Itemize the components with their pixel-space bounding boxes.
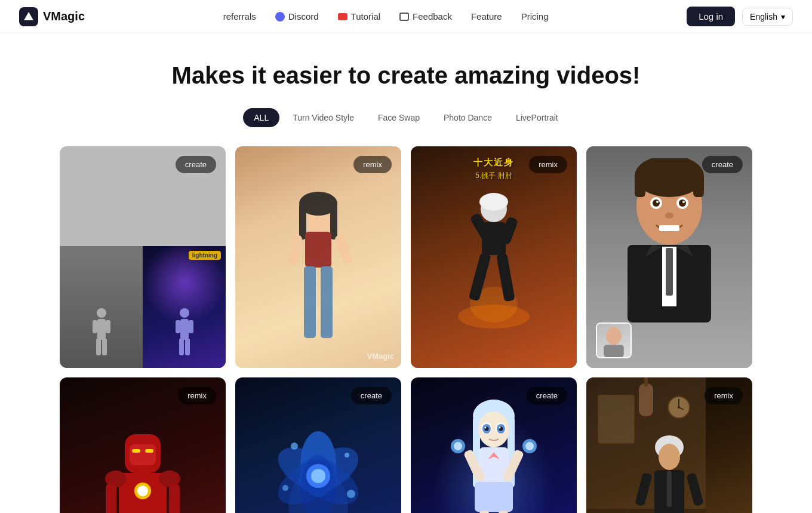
logo-icon [19, 7, 38, 26]
svg-rect-20 [288, 234, 302, 265]
svg-rect-9 [176, 320, 180, 333]
tutorial-label: Tutorial [351, 11, 380, 21]
card-6-button[interactable]: create [351, 387, 392, 404]
svg-rect-8 [180, 319, 189, 340]
svg-rect-52 [132, 449, 140, 453]
svg-rect-4 [106, 320, 110, 333]
svg-rect-19 [321, 266, 333, 338]
navbar: VMagic referrals Discord Tutorial Feedba… [0, 0, 812, 33]
svg-rect-6 [102, 339, 107, 355]
svg-rect-33 [635, 173, 645, 197]
tab-face-swap[interactable]: Face Swap [367, 108, 430, 127]
login-button[interactable]: Log in [687, 7, 735, 26]
svg-point-39 [656, 201, 659, 203]
tab-liveportrait[interactable]: LivePortrait [505, 108, 569, 127]
svg-point-73 [311, 469, 325, 483]
feature-label: Feature [471, 11, 502, 21]
nav-pricing[interactable]: Pricing [521, 11, 549, 21]
nav-referrals[interactable]: referrals [223, 11, 256, 21]
card-3-bg: 十大近身 5.挑手 肘肘 [411, 146, 577, 368]
language-label: English [750, 12, 777, 21]
svg-rect-2 [97, 319, 106, 340]
card-1-left-panel [60, 246, 143, 368]
discord-icon [275, 12, 285, 21]
svg-rect-12 [185, 339, 190, 355]
card-4-bg [586, 146, 752, 368]
svg-rect-112 [644, 377, 648, 386]
tab-all[interactable]: ALL [243, 108, 279, 127]
card-4: create [586, 146, 752, 368]
language-selector[interactable]: English ▾ [742, 8, 793, 26]
svg-rect-42 [659, 225, 679, 231]
card-7: create [411, 377, 577, 513]
card-4-button[interactable]: create [702, 156, 743, 173]
svg-point-40 [682, 201, 685, 203]
svg-point-41 [665, 213, 673, 219]
watermark-label: VMagic [367, 352, 394, 361]
lightning-label: lightning [189, 251, 221, 260]
face-thumb [596, 322, 632, 358]
brand-name: VMagic [43, 10, 85, 23]
svg-point-90 [499, 426, 501, 428]
svg-rect-11 [179, 339, 184, 355]
card-5-button[interactable]: remix [178, 387, 216, 404]
card-8-button[interactable]: remix [705, 387, 743, 404]
svg-rect-111 [639, 383, 653, 416]
card-1-bg: lightning [60, 146, 226, 368]
pricing-label: Pricing [521, 11, 549, 21]
svg-rect-3 [93, 320, 97, 333]
referrals-label: referrals [223, 11, 256, 21]
hero-section: Makes it easier to create amazing videos… [0, 33, 812, 108]
card-6: create [235, 377, 401, 513]
nav-discord[interactable]: Discord [275, 11, 319, 21]
svg-point-114 [659, 444, 680, 470]
nav-tutorial[interactable]: Tutorial [338, 11, 380, 21]
nav-right: Log in English ▾ [687, 7, 793, 26]
feedback-icon [399, 13, 409, 21]
card-2-button[interactable]: remix [353, 156, 392, 173]
card-5: remix [60, 377, 226, 513]
discord-label: Discord [288, 11, 319, 21]
svg-rect-21 [334, 234, 353, 265]
chevron-down-icon: ▾ [781, 12, 785, 21]
svg-rect-45 [666, 248, 673, 296]
tabs-bar: ALL Turn Video Style Face Swap Photo Dan… [0, 108, 812, 127]
svg-point-56 [137, 486, 148, 496]
svg-point-76 [345, 453, 349, 457]
card-1-bottom-area: lightning [60, 246, 226, 368]
svg-rect-17 [305, 232, 331, 268]
svg-rect-18 [304, 266, 316, 338]
card-3-inner: 十大近身 5.挑手 肘肘 [411, 146, 577, 368]
svg-point-1 [97, 308, 106, 318]
svg-rect-51 [130, 444, 156, 465]
svg-point-25 [479, 193, 508, 211]
tutorial-icon [338, 13, 347, 20]
card-2: anime_style_4 [235, 146, 401, 368]
svg-rect-116 [667, 471, 672, 507]
svg-rect-5 [96, 339, 101, 355]
nav-feedback[interactable]: Feedback [399, 11, 452, 21]
card-2-inner: anime_style_4 [235, 146, 401, 368]
nav-feature[interactable]: Feature [471, 11, 502, 21]
brand-logo[interactable]: VMagic [19, 7, 85, 26]
svg-marker-0 [24, 12, 33, 20]
tab-turn-video-style[interactable]: Turn Video Style [282, 108, 365, 127]
svg-rect-34 [693, 173, 704, 197]
hero-title: Makes it easier to create amazing videos… [12, 62, 800, 89]
svg-point-78 [347, 490, 355, 498]
tab-photo-dance[interactable]: Photo Dance [433, 108, 503, 127]
svg-rect-60 [169, 484, 180, 513]
svg-point-100 [454, 442, 462, 450]
svg-point-75 [291, 443, 298, 450]
card-1-button[interactable]: create [176, 156, 216, 173]
svg-rect-15 [299, 204, 306, 239]
svg-point-7 [180, 308, 189, 318]
card-3-button[interactable]: remix [529, 156, 567, 173]
svg-point-37 [653, 199, 660, 207]
card-2-bg: anime_style_4 [235, 146, 401, 368]
card-8: remix [586, 377, 752, 513]
svg-rect-118 [686, 472, 704, 506]
svg-point-38 [679, 199, 686, 207]
feedback-label: Feedback [413, 11, 452, 21]
svg-rect-117 [635, 472, 653, 506]
